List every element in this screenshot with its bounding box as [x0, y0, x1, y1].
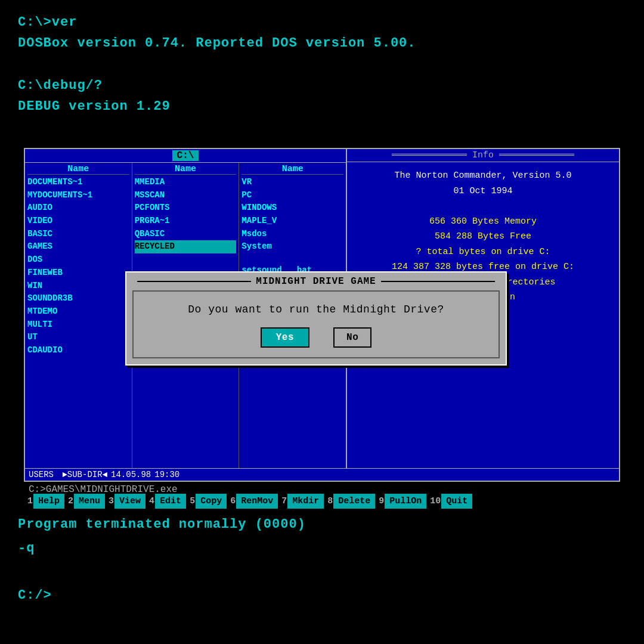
- func-label-3[interactable]: View: [114, 494, 145, 509]
- func-label-1[interactable]: Help: [33, 494, 64, 509]
- list-item[interactable]: MMEDIA: [135, 176, 237, 189]
- list-item[interactable]: PCFONTS: [135, 202, 237, 215]
- func-key-8[interactable]: 8 Delete: [324, 494, 375, 509]
- nc-version-line1: The Norton Commander, Version 5.0: [351, 168, 615, 184]
- func-num-8: 8: [324, 494, 333, 509]
- list-item[interactable]: PRGRA~1: [135, 215, 237, 228]
- func-key-3[interactable]: 3 View: [105, 494, 145, 509]
- func-key-7[interactable]: 7 Mkdir: [278, 494, 324, 509]
- terminal-dash-q: -q: [18, 537, 306, 561]
- func-label-4[interactable]: Edit: [155, 494, 186, 509]
- status-name: USERS: [29, 470, 54, 479]
- col-header-1: Name: [27, 164, 129, 175]
- nc-status-bar: USERS ►SUB-DIR◄ 14.05.98 19:30: [25, 468, 619, 481]
- terminal-prompt-bottom: C:/>: [18, 584, 306, 608]
- list-item[interactable]: AUDIO: [27, 202, 129, 215]
- terminal-line-3: C:\debug/?: [18, 75, 626, 96]
- list-item[interactable]: BASIC: [27, 228, 129, 241]
- func-label-2[interactable]: Menu: [74, 494, 105, 509]
- terminal-line-1: C:\>ver: [18, 12, 626, 33]
- no-button[interactable]: No: [333, 327, 371, 348]
- func-key-2[interactable]: 2 Menu: [64, 494, 105, 509]
- func-num-7: 7: [278, 494, 287, 509]
- drive-label: C:\: [172, 150, 199, 161]
- list-item[interactable]: MULTI: [27, 318, 129, 332]
- dialog-title-bar: MIDNIGHT DRIVE GAME: [126, 273, 506, 290]
- func-label-7[interactable]: Mkdir: [287, 494, 324, 509]
- status-date: 14.05.98: [111, 470, 151, 479]
- func-label-9[interactable]: PullOn: [385, 494, 426, 509]
- free-line: 584 288 Bytes Free: [351, 229, 615, 244]
- func-key-5[interactable]: 5 Copy: [186, 494, 227, 509]
- memory-line: 656 360 Bytes Memory: [351, 214, 615, 230]
- list-item[interactable]: RECYCLED: [135, 240, 237, 253]
- list-item[interactable]: DOCUMENTS~1: [27, 176, 129, 189]
- dialog-window: MIDNIGHT DRIVE GAME Do you want to run t…: [125, 271, 507, 366]
- func-key-6[interactable]: 6 RenMov: [227, 494, 278, 509]
- list-item[interactable]: WINDOWS: [242, 202, 343, 215]
- list-item[interactable]: MYDOCUMENTS~1: [27, 189, 129, 202]
- list-item[interactable]: CDAUDIO: [27, 344, 129, 357]
- func-num-6: 6: [227, 494, 236, 509]
- panel-col-1: Name DOCUMENTS~1 MYDOCUMENTS~1 AUDIO VID…: [25, 163, 132, 468]
- func-num-10: 10: [426, 494, 441, 509]
- status-type: ►SUB-DIR◄: [57, 470, 107, 479]
- func-label-10[interactable]: Quit: [441, 494, 472, 509]
- func-key-10[interactable]: 10 Quit: [426, 494, 472, 509]
- terminal-bottom: Program terminated normally (0000) -q C:…: [18, 513, 306, 607]
- list-item[interactable]: System: [242, 240, 343, 253]
- func-label-5[interactable]: Copy: [196, 494, 227, 509]
- yes-button[interactable]: Yes: [261, 327, 309, 348]
- list-item[interactable]: PC: [242, 189, 343, 202]
- list-item[interactable]: VR: [242, 176, 343, 189]
- list-item[interactable]: MAPLE_V: [242, 215, 343, 228]
- nc-version-line2: 01 Oct 1994: [351, 184, 615, 199]
- list-item[interactable]: WIN: [27, 280, 129, 293]
- left-panel-title: C:\: [25, 149, 346, 163]
- col-header-3: Name: [242, 164, 343, 175]
- col-header-2: Name: [135, 164, 237, 175]
- func-key-4[interactable]: 4 Edit: [145, 494, 186, 509]
- status-time: 19:30: [154, 470, 179, 479]
- dialog-title: MIDNIGHT DRIVE GAME: [256, 276, 376, 287]
- list-item[interactable]: GAMES: [27, 240, 129, 253]
- list-item[interactable]: SOUNDDR3B: [27, 292, 129, 305]
- list-item[interactable]: MTDEMO: [27, 305, 129, 318]
- func-key-9[interactable]: 9 PullOn: [375, 494, 426, 509]
- list-item[interactable]: MSSCAN: [135, 189, 237, 202]
- func-num-5: 5: [186, 494, 196, 509]
- list-item[interactable]: FINEWEB: [27, 267, 129, 280]
- func-label-6[interactable]: RenMov: [236, 494, 278, 509]
- func-num-1: 1: [24, 494, 33, 509]
- func-key-1[interactable]: 1 Help: [24, 494, 64, 509]
- func-num-9: 9: [375, 494, 385, 509]
- list-item[interactable]: UT: [27, 331, 129, 344]
- list-item[interactable]: QBASIC: [135, 228, 237, 241]
- dialog-body: Do you want to run the Midnight Drive? Y…: [132, 290, 500, 358]
- func-num-3: 3: [105, 494, 114, 509]
- dialog-buttons: Yes No: [145, 327, 487, 348]
- func-bar: 1 Help 2 Menu 3 View 4 Edit 5 Copy 6 Ren…: [24, 494, 620, 509]
- func-num-4: 4: [145, 494, 155, 509]
- info-title: ══════════════ Info ══════════════: [347, 149, 619, 162]
- list-item[interactable]: DOS: [27, 253, 129, 267]
- func-num-2: 2: [64, 494, 74, 509]
- dialog-question: Do you want to run the Midnight Drive?: [145, 304, 487, 315]
- terminal-line-2: DOSBox version 0.74. Reported DOS versio…: [18, 33, 626, 54]
- list-item[interactable]: Msdos: [242, 228, 343, 241]
- terminal-line-4: DEBUG version 1.29: [18, 96, 626, 117]
- total-bytes-line: ? total bytes on drive C:: [351, 244, 615, 260]
- terminal-terminated: Program terminated normally (0000): [18, 513, 306, 537]
- list-item[interactable]: VIDEO: [27, 215, 129, 228]
- func-label-8[interactable]: Delete: [333, 494, 375, 509]
